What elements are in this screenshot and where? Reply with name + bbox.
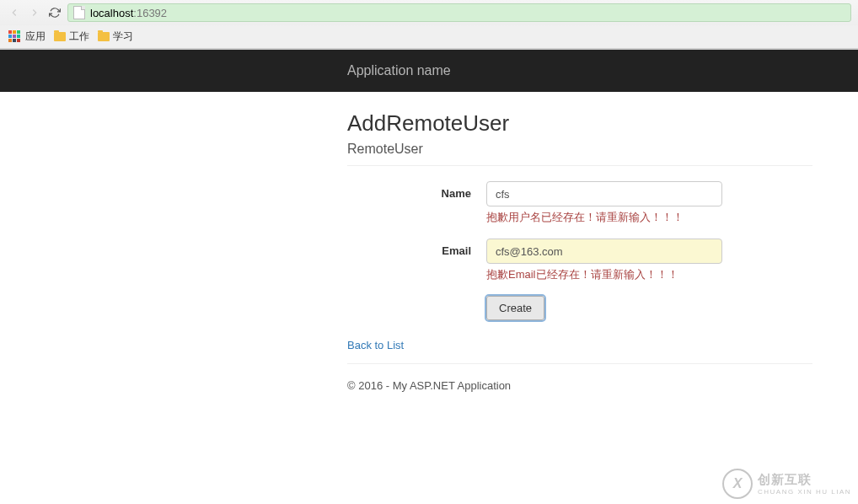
folder-icon: [98, 32, 110, 41]
email-input[interactable]: [486, 239, 722, 264]
name-input[interactable]: [486, 181, 722, 206]
bookmark-label: 学习: [113, 29, 133, 44]
url-bar[interactable]: localhost:16392: [67, 3, 851, 22]
footer-divider: [347, 363, 812, 364]
folder-icon: [54, 32, 66, 41]
watermark-text: 创新互联 CHUANG XIN HU LIAN: [758, 472, 851, 496]
create-button[interactable]: Create: [486, 296, 544, 320]
reload-button[interactable]: [47, 5, 62, 20]
url-port: :16392: [133, 7, 167, 19]
browser-chrome: localhost:16392 应用 工作 学习: [0, 0, 858, 50]
bookmarks-bar: 应用 工作 学习: [0, 25, 858, 49]
apps-icon: [8, 30, 22, 44]
back-to-list-link[interactable]: Back to List: [347, 339, 404, 351]
apps-button[interactable]: 应用: [8, 29, 46, 44]
page-title: AddRemoteUser: [347, 110, 812, 137]
form-row-email: Email 抱歉Email已经存在！请重新输入！！！: [347, 239, 812, 289]
bookmark-folder-study[interactable]: 学习: [98, 29, 133, 44]
bookmark-label: 工作: [69, 29, 89, 44]
back-button[interactable]: [7, 5, 22, 20]
name-label: Name: [347, 181, 486, 200]
page-icon: [73, 6, 85, 19]
watermark-logo: X: [722, 469, 753, 499]
bookmark-folder-work[interactable]: 工作: [54, 29, 89, 44]
forward-button[interactable]: [27, 5, 42, 20]
footer-text: © 2016 - My ASP.NET Application: [347, 379, 812, 392]
form-row-submit: Create: [347, 296, 812, 320]
page-subtitle: RemoteUser: [347, 142, 812, 157]
browser-toolbar: localhost:16392: [0, 0, 858, 25]
watermark: X 创新互联 CHUANG XIN HU LIAN: [722, 469, 851, 499]
email-error: 抱歉Email已经存在！请重新输入！！！: [486, 267, 812, 282]
navbar-brand[interactable]: Application name: [347, 63, 451, 78]
form-row-name: Name 抱歉用户名已经存在！请重新输入！！！: [347, 181, 812, 232]
watermark-cn: 创新互联: [758, 472, 851, 488]
url-host: localhost: [90, 7, 133, 19]
watermark-en: CHUANG XIN HU LIAN: [758, 488, 851, 496]
name-error: 抱歉用户名已经存在！请重新输入！！！: [486, 210, 812, 225]
divider: [347, 165, 812, 166]
url-text: localhost:16392: [90, 7, 167, 19]
apps-label: 应用: [25, 29, 46, 44]
email-label: Email: [347, 239, 486, 257]
app-navbar: Application name: [0, 50, 858, 92]
main-container: AddRemoteUser RemoteUser Name 抱歉用户名已经存在！…: [20, 92, 838, 392]
